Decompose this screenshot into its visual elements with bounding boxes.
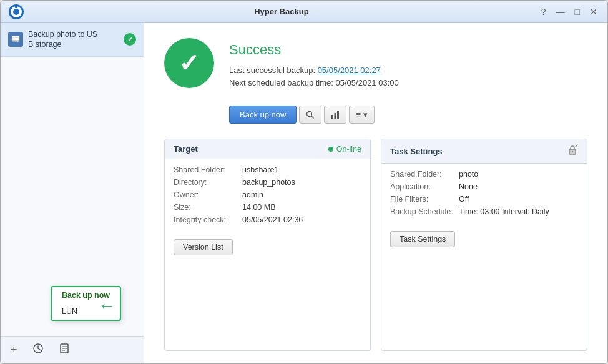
svg-rect-7 <box>13 37 19 38</box>
sidebar-footer: + <box>1 336 144 363</box>
task-settings-panel-header: Task Settings <box>381 139 587 164</box>
sidebar-item-success-icon <box>124 33 136 46</box>
task-settings-panel-title: Task Settings <box>390 147 443 156</box>
log-button[interactable] <box>56 340 72 360</box>
action-toolbar: Back up now ≡ ▾ <box>229 106 587 124</box>
sidebar-item-text: Backup photo to US B storage <box>28 29 119 50</box>
target-panel-title: Target <box>174 144 198 154</box>
success-title: Success <box>229 42 399 58</box>
target-panel-footer: Version List <box>165 234 370 260</box>
svg-line-14 <box>311 116 314 118</box>
backup-drive-icon <box>8 32 23 47</box>
task-settings-panel-body: Shared Folder: photo Application: None F… <box>381 164 587 226</box>
titlebar: Hyper Backup ? — □ ✕ <box>1 1 607 23</box>
task-settings-panel: Task Settings Shared Folder <box>381 139 587 351</box>
target-panel-body: Shared Folder: usbshare1 Directory: back… <box>165 159 370 234</box>
sidebar-item-backup[interactable]: Backup photo to US B storage <box>1 23 144 57</box>
app-window: Hyper Backup ? — □ ✕ Backu <box>0 0 608 364</box>
menu-button[interactable]: ≡ ▾ <box>349 106 374 124</box>
online-status-badge: On-line <box>328 145 361 154</box>
table-row: Owner: admin <box>174 190 361 199</box>
lock-icon <box>567 144 578 158</box>
svg-rect-5 <box>12 40 19 42</box>
task-settings-panel-footer: Task Settings <box>381 226 587 252</box>
search-button[interactable] <box>299 106 321 124</box>
target-panel: Target On-line Shared Folder: usbshare1 … <box>164 139 371 351</box>
maximize-button[interactable]: □ <box>572 6 582 18</box>
table-row: Integrity check: 05/05/2021 02:36 <box>174 215 361 224</box>
svg-rect-15 <box>331 115 333 119</box>
table-row: Application: None <box>390 182 578 191</box>
table-row: File Filters: Off <box>390 195 578 204</box>
version-list-button[interactable]: Version List <box>174 239 233 255</box>
success-info: Success Last successful backup: 05/05/20… <box>229 38 399 91</box>
last-backup-row: Last successful backup: 05/05/2021 02:27 <box>229 66 399 75</box>
table-row: Size: 14.00 MB <box>174 203 361 212</box>
sidebar: Backup photo to US B storage Back up now… <box>1 23 144 363</box>
task-settings-button[interactable]: Task Settings <box>390 231 455 247</box>
last-backup-link[interactable]: 05/05/2021 02:27 <box>318 66 381 75</box>
help-button[interactable]: ? <box>539 6 549 18</box>
content-area: Success Last successful backup: 05/05/20… <box>144 23 607 363</box>
success-checkmark-icon <box>164 38 214 88</box>
last-backup-label: Last successful backup: <box>229 66 318 75</box>
table-row: Backup Schedule: Time: 03:00 Interval: D… <box>390 207 578 216</box>
statistics-button[interactable] <box>324 106 346 124</box>
svg-point-2 <box>13 9 19 15</box>
menu-icon: ≡ ▾ <box>356 110 367 119</box>
svg-line-20 <box>576 145 577 147</box>
info-panels: Target On-line Shared Folder: usbshare1 … <box>164 139 587 351</box>
svg-rect-17 <box>337 111 339 119</box>
app-logo <box>8 4 24 20</box>
restore-button[interactable] <box>30 340 46 360</box>
svg-rect-16 <box>335 113 336 119</box>
table-row: Shared Folder: usbshare1 <box>174 165 361 174</box>
add-task-button[interactable]: + <box>8 341 20 359</box>
popup-arrow: ← <box>98 297 115 315</box>
minimize-button[interactable]: — <box>554 6 567 18</box>
table-row: Shared Folder: photo <box>390 170 578 179</box>
success-section: Success Last successful backup: 05/05/20… <box>164 38 587 91</box>
target-panel-header: Target On-line <box>165 139 370 159</box>
window-title: Hyper Backup <box>24 7 539 16</box>
window-controls: ? — □ ✕ <box>539 6 600 18</box>
svg-point-6 <box>17 41 19 42</box>
online-dot-icon <box>328 147 333 152</box>
table-row: Directory: backup_photos <box>174 178 361 187</box>
main-area: Backup photo to US B storage Back up now… <box>1 23 607 363</box>
svg-rect-3 <box>15 5 17 8</box>
svg-point-19 <box>572 151 573 152</box>
next-backup-row: Next scheduled backup time: 05/05/2021 0… <box>229 78 399 87</box>
close-button[interactable]: ✕ <box>587 6 600 18</box>
backup-now-button[interactable]: Back up now <box>229 106 297 124</box>
